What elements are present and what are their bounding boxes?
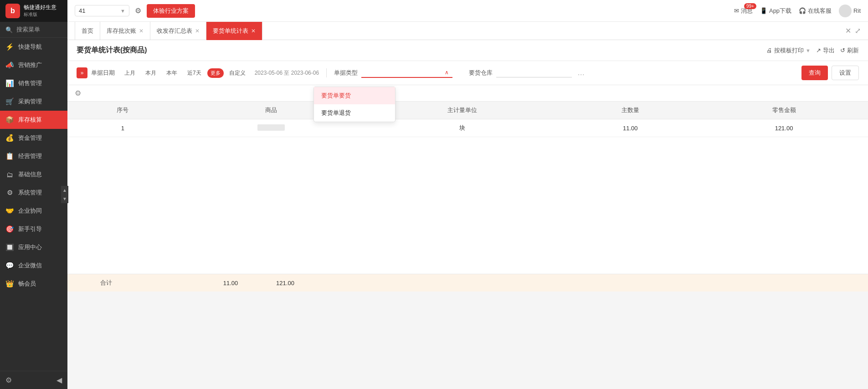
sidebar-logo: b 畅捷通好生意 标准版 [0, 0, 67, 22]
content-area: 要货单统计表(按商品) 🖨 按模板打印 ▼ ↗ 导出 ↺ 刷新 [67, 40, 868, 389]
filter-more-options-btn[interactable]: … [577, 69, 585, 77]
maximize-window-icon[interactable]: ⤢ [855, 26, 861, 35]
operations-icon: 📋 [5, 152, 14, 160]
print-label: 按模板打印 [774, 46, 804, 55]
tab-order-stat-label: 要货单统计表 [213, 27, 248, 35]
warehouse-filter-select[interactable] [496, 68, 572, 77]
sidebar-item-apps[interactable]: 🔲 应用中心 [0, 238, 67, 256]
sidebar-item-label: 库存核算 [18, 116, 42, 124]
sidebar-item-guide[interactable]: 🎯 新手引导 [0, 220, 67, 238]
purchase-icon: 🛒 [5, 97, 14, 106]
type-filter-arrow[interactable]: ∧ [445, 69, 449, 76]
app-version: 标准版 [24, 11, 56, 18]
filter-date-range: 2023-05-06 至 2023-06-06 [255, 69, 319, 77]
sidebar-item-cooperation[interactable]: 🤝 企业协同 [0, 202, 67, 220]
warehouse-filter-input[interactable] [500, 69, 568, 76]
app-download-btn[interactable]: 📱 App下载 [760, 7, 791, 15]
export-label: 导出 [823, 46, 835, 55]
sidebar-item-system[interactable]: ⚙ 系统管理 [0, 184, 67, 202]
branch-selector[interactable]: 41 ▼ [75, 5, 129, 16]
sidebar-item-label: 系统管理 [18, 189, 42, 197]
footer-label: 合计 [100, 279, 112, 287]
collapse-icon[interactable]: ◀ [56, 376, 62, 384]
messages-btn[interactable]: ✉ 消息 99+ [734, 7, 753, 15]
dropdown-item-order-incoming[interactable]: 要货单要货 [314, 87, 395, 104]
sidebar-item-wechat[interactable]: 💬 企业微信 [0, 256, 67, 275]
system-icon: ⚙ [5, 189, 14, 197]
col-quantity: 主数量 [560, 102, 700, 119]
sidebar-item-label: 资金管理 [18, 134, 42, 142]
online-service-label: 在线客服 [808, 7, 832, 15]
page-title: 要货单统计表(按商品) [77, 46, 147, 55]
sidebar-item-marketing[interactable]: 📣 营销推广 [0, 56, 67, 74]
col-amount: 零售金额 [700, 102, 868, 119]
topbar-gear-icon[interactable]: ⚙ [135, 6, 141, 15]
app-download-label: App下载 [769, 7, 791, 15]
app-logo-icon: b [5, 4, 20, 18]
close-window-icon[interactable]: ✕ [845, 26, 851, 35]
user-menu[interactable]: Rit [839, 5, 861, 17]
tab-collect-summary[interactable]: 收发存汇总表 ✕ [150, 22, 206, 40]
branch-value: 41 [79, 7, 118, 14]
tab-batch-account[interactable]: 库存批次账 ✕ [100, 22, 150, 40]
online-service-btn[interactable]: 🎧 在线客服 [799, 7, 832, 15]
scroll-up-arrow[interactable]: ▲ [61, 186, 68, 194]
type-filter-input[interactable] [365, 69, 443, 76]
type-filter-label: 单据类型 [334, 69, 358, 77]
type-dropdown: 要货单要货 要货单退货 [313, 87, 395, 122]
filter-toggle-icon: » [81, 70, 84, 76]
sidebar-item-label: 营销推广 [18, 61, 42, 69]
filter-actions: 查询 设置 [801, 66, 859, 80]
filter-more-btn[interactable]: 更多 [207, 68, 224, 78]
data-table: 序号 商品 主计量单位 主数量 零售金额 1 块 11.00 [67, 102, 868, 137]
sales-icon: 📊 [5, 79, 14, 87]
filter-this-month-btn[interactable]: 本月 [141, 67, 160, 79]
table-footer: 合计 11.00 121.00 [67, 274, 868, 292]
query-btn[interactable]: 查询 [801, 66, 828, 80]
sidebar-item-finance[interactable]: 💰 资金管理 [0, 129, 67, 147]
sidebar-item-sales[interactable]: 📊 销售管理 [0, 74, 67, 92]
sidebar-item-inventory[interactable]: 📦 库存核算 [0, 111, 67, 129]
sidebar-bottom: ⚙ ◀ [0, 371, 67, 389]
dropdown-item-order-return[interactable]: 要货单退货 [314, 104, 395, 122]
filter-separator [326, 68, 327, 77]
tab-home[interactable]: 首页 [75, 22, 100, 40]
sidebar-item-purchase[interactable]: 🛒 采购管理 [0, 92, 67, 111]
sidebar-item-label: 畅会员 [18, 280, 36, 288]
sidebar-search[interactable]: 🔍 搜索菜单 [0, 22, 67, 38]
table-header-row: 序号 商品 主计量单位 主数量 零售金额 [67, 102, 868, 119]
filter-toggle-btn[interactable]: » [77, 67, 87, 78]
filter-last-month-btn[interactable]: 上月 [120, 67, 139, 79]
sidebar-item-basic-info[interactable]: 🗂 基础信息 [0, 165, 67, 184]
topbar-left: 41 ▼ ⚙ 体验行业方案 [75, 4, 195, 18]
settings-btn[interactable]: 设置 [832, 66, 859, 80]
page-header: 要货单统计表(按商品) 🖨 按模板打印 ▼ ↗ 导出 ↺ 刷新 [67, 40, 868, 61]
trial-btn[interactable]: 体验行业方案 [147, 4, 195, 18]
sidebar-item-label: 基础信息 [18, 170, 42, 179]
guide-icon: 🎯 [5, 225, 14, 233]
export-btn[interactable]: ↗ 导出 [816, 46, 835, 55]
print-btn[interactable]: 🖨 按模板打印 ▼ [766, 46, 811, 55]
cooperation-icon: 🤝 [5, 207, 14, 215]
table-config-icon[interactable]: ⚙ [75, 89, 81, 97]
settings-icon[interactable]: ⚙ [5, 376, 12, 384]
tab-batch-account-close[interactable]: ✕ [139, 28, 144, 34]
sidebar-item-operations[interactable]: 📋 经营管理 [0, 147, 67, 165]
filter-last-7days-btn[interactable]: 近7天 [183, 67, 205, 79]
print-dropdown-arrow[interactable]: ▼ [806, 48, 811, 53]
type-filter-select[interactable]: ∧ [361, 68, 452, 78]
filter-this-year-btn[interactable]: 本年 [162, 67, 181, 79]
refresh-btn[interactable]: ↺ 刷新 [840, 46, 859, 55]
sidebar-item-member[interactable]: 👑 畅会员 [0, 275, 67, 293]
member-icon: 👑 [5, 280, 14, 288]
filter-custom-btn[interactable]: 自定义 [226, 68, 249, 78]
service-icon: 🎧 [799, 7, 806, 14]
marketing-icon: 📣 [5, 61, 14, 69]
tab-collect-summary-close[interactable]: ✕ [195, 28, 200, 34]
quick-nav-icon: ⚡ [5, 43, 14, 51]
tab-order-stat-close[interactable]: ✕ [251, 28, 256, 34]
scroll-down-arrow[interactable]: ▼ [61, 194, 68, 203]
sidebar: b 畅捷通好生意 标准版 🔍 搜索菜单 ⚡ 快捷导航 📣 营销推广 📊 销售管理… [0, 0, 67, 389]
sidebar-item-quick-nav[interactable]: ⚡ 快捷导航 [0, 38, 67, 56]
tab-order-stat[interactable]: 要货单统计表 ✕ [206, 22, 262, 40]
